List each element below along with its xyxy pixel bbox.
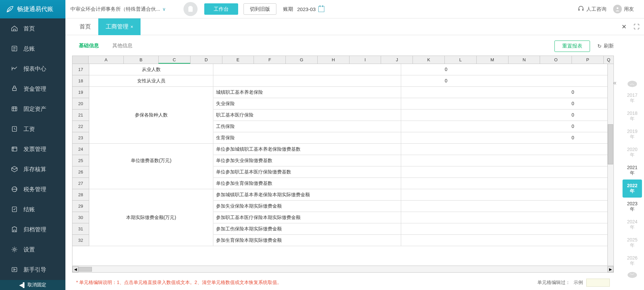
row-value[interactable]: 0 <box>401 75 613 87</box>
scroll-years-up-icon[interactable]: ︿ <box>628 81 637 87</box>
row-value[interactable]: 0 <box>401 87 613 98</box>
sidebar-item-2[interactable]: 报表中心 <box>0 59 65 79</box>
row-sublabel[interactable]: 生育保险 <box>213 132 401 144</box>
unpin-button[interactable]: ◀▌ 取消固定 <box>0 280 65 290</box>
support-link[interactable]: 人工咨询 <box>578 5 606 13</box>
row-sublabel[interactable]: 单位参加城镇职工基本养老保险缴费基数 <box>213 144 401 155</box>
year-item[interactable]: 2021年 <box>623 161 642 179</box>
row-number[interactable]: 26 <box>72 166 89 178</box>
col-header-A[interactable]: A <box>88 56 123 64</box>
row-sublabel[interactable] <box>213 64 401 75</box>
col-header-E[interactable]: E <box>222 56 254 64</box>
tab-business-admin[interactable]: 工商管理 × <box>98 18 141 35</box>
sidebar-item-12[interactable]: 新手引导 <box>0 260 65 280</box>
row-sublabel[interactable]: 城镇职工基本养老保险 <box>213 87 401 98</box>
row-number[interactable]: 17 <box>72 64 89 75</box>
row-value[interactable] <box>401 178 613 189</box>
year-item[interactable]: 2026年 <box>623 252 642 270</box>
year-item[interactable]: 2023年 <box>623 198 642 216</box>
refresh-button[interactable]: ↻ 刷新 <box>597 43 614 49</box>
col-header-L[interactable]: L <box>444 56 476 64</box>
row-value[interactable] <box>401 235 613 246</box>
scroll-right-icon[interactable]: ▶ <box>607 266 613 272</box>
horizontal-scrollbar[interactable]: ◀ ▶ <box>72 266 613 272</box>
year-item[interactable]: 2024年 <box>623 216 642 234</box>
row-number[interactable]: 24 <box>72 144 89 155</box>
year-item[interactable]: 2018年 <box>623 107 642 125</box>
inner-tab-basic-info[interactable]: 基础信息 <box>72 39 106 53</box>
row-number[interactable]: 20 <box>72 98 89 110</box>
row-value[interactable] <box>401 212 613 223</box>
row-sublabel[interactable]: 参加职工基本医疗保险本期实际缴费金额 <box>213 212 401 223</box>
year-item[interactable]: 2022年 <box>623 179 642 198</box>
row-value[interactable] <box>401 223 613 235</box>
row-sublabel[interactable]: 参加城镇职工基本养老保险本期实际缴费金额 <box>213 189 401 201</box>
row-value[interactable] <box>401 166 613 178</box>
row-number[interactable]: 25 <box>72 155 89 166</box>
row-number[interactable]: 23 <box>72 132 89 144</box>
company-switcher[interactable]: 中审众环会计师事务所（特殊普通合伙... ∨ <box>65 6 179 12</box>
sidebar-item-0[interactable]: 首页 <box>0 18 65 39</box>
row-number[interactable]: 29 <box>72 201 89 212</box>
row-number[interactable]: 31 <box>72 223 89 235</box>
sheet-body[interactable]: 17从业人数018女性从业人员019城镇职工基本养老保险020失业保险021参保… <box>72 64 613 266</box>
sidebar-item-6[interactable]: 发票管理 <box>0 139 65 159</box>
period-picker[interactable]: 2023-03 <box>297 6 324 12</box>
row-value[interactable]: 0 <box>401 98 613 110</box>
row-number[interactable]: 22 <box>72 121 89 132</box>
row-sublabel[interactable]: 失业保险 <box>213 98 401 110</box>
row-value[interactable]: 0 <box>401 64 613 75</box>
col-header-J[interactable]: J <box>381 56 413 64</box>
col-header-N[interactable]: N <box>508 56 540 64</box>
sidebar-item-5[interactable]: 工资 <box>0 119 65 139</box>
col-header-K[interactable]: K <box>413 56 444 64</box>
col-header-B[interactable]: B <box>123 56 158 64</box>
scrollbar-thumb[interactable] <box>608 124 613 164</box>
sidebar-item-3[interactable]: 资金管理 <box>0 79 65 99</box>
col-header-G[interactable]: G <box>285 56 317 64</box>
row-sublabel[interactable]: 单位参加生育保险缴费基数 <box>213 178 401 189</box>
col-header-O[interactable]: O <box>540 56 572 64</box>
row-value[interactable] <box>401 201 613 212</box>
worktable-button[interactable]: 工作台 <box>204 3 238 15</box>
year-item[interactable]: 2017年 <box>623 89 642 107</box>
row-value[interactable] <box>401 155 613 166</box>
row-value[interactable]: 0 <box>401 121 613 132</box>
reset-report-button[interactable]: 重置报表 <box>554 41 590 52</box>
sidebar-item-10[interactable]: 归档管理 <box>0 219 65 239</box>
col-header-M[interactable]: M <box>476 56 508 64</box>
sidebar-item-4[interactable]: 固定资产 <box>0 99 65 119</box>
old-version-button[interactable]: 切到旧版 <box>244 3 276 15</box>
row-sublabel[interactable]: 参加失业保险本期实际缴费金额 <box>213 201 401 212</box>
sidebar-item-9[interactable]: 结账 <box>0 199 65 219</box>
year-item[interactable]: 2025年 <box>623 234 642 252</box>
col-header-P[interactable]: P <box>572 56 603 64</box>
col-header-D[interactable]: D <box>190 56 222 64</box>
row-number[interactable]: 21 <box>72 110 89 121</box>
scroll-track[interactable] <box>78 267 607 272</box>
scroll-years-down-icon[interactable]: ﹀ <box>628 272 637 278</box>
row-sublabel[interactable] <box>213 75 401 87</box>
row-number[interactable]: 27 <box>72 178 89 189</box>
sidebar-item-7[interactable]: 库存核算 <box>0 159 65 179</box>
row-sublabel[interactable]: 职工基本医疗保险 <box>213 110 401 121</box>
clipboard-button[interactable] <box>183 2 198 16</box>
tab-home[interactable]: 首页 <box>72 18 98 35</box>
row-value[interactable] <box>401 144 613 155</box>
year-item[interactable]: 2019年 <box>623 125 642 143</box>
row-value[interactable]: 0 <box>401 110 613 121</box>
row-number[interactable]: 18 <box>72 75 89 87</box>
scroll-left-icon[interactable]: ◀ <box>72 266 78 272</box>
col-header-Q[interactable]: Q <box>603 56 613 64</box>
row-number[interactable]: 19 <box>72 87 89 98</box>
select-all-corner[interactable] <box>72 56 88 64</box>
row-number[interactable]: 32 <box>72 235 89 246</box>
scrollbar-thumb[interactable] <box>78 267 92 272</box>
close-panel-icon[interactable]: ✕ <box>619 22 629 31</box>
sidebar-item-1[interactable]: 总账 <box>0 39 65 59</box>
row-number[interactable]: 30 <box>72 212 89 223</box>
sidebar-item-8[interactable]: 税务管理 <box>0 179 65 199</box>
col-header-I[interactable]: I <box>349 56 381 64</box>
row-value[interactable]: 0 <box>401 132 613 144</box>
row-sublabel[interactable]: 单位参加职工基本医疗保险缴费基数 <box>213 166 401 178</box>
